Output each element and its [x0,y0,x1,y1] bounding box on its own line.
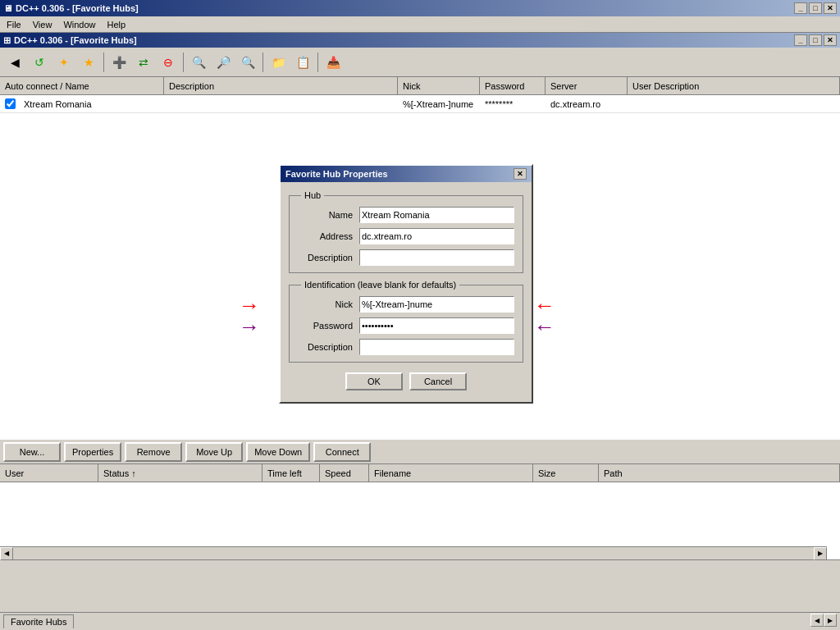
header-autoconnect[interactable]: Auto connect / Name [0,77,164,94]
dialog-title-bar: Favorite Hub Properties ✕ [281,166,532,182]
toolbar-btn7[interactable]: ⊖ [157,51,180,74]
menu-file[interactable]: File [2,18,26,31]
address-label: Address [298,231,359,241]
nick-label: Nick [298,299,359,309]
toolbar-star2-btn[interactable]: ★ [77,51,100,74]
header-nick[interactable]: Nick [398,77,480,94]
header-server[interactable]: Server [546,77,628,94]
mdi-icon: ⊞ [3,35,11,46]
toolbar-btn6[interactable]: ⇄ [132,51,155,74]
password-row: Password → ← [298,317,514,334]
autoconnect-checkbox[interactable] [5,98,16,109]
mdi-restore-button[interactable]: □ [809,34,822,46]
maximize-button[interactable]: □ [809,2,822,14]
address-row: Address [298,228,514,244]
header-description[interactable]: Description [164,77,398,94]
mdi-title-controls[interactable]: _ □ ✕ [794,34,837,46]
title-bar-left: 🖥 DC++ 0.306 - [Favorite Hubs] [3,3,139,13]
toolbar-refresh-btn[interactable]: ↺ [28,51,51,74]
tab-favorite-hubs[interactable]: Favorite Hubs [3,614,74,628]
toolbar-sep2 [183,52,184,72]
toolbar-sep1 [103,52,104,72]
transfer-header-user[interactable]: User [0,464,98,482]
title-bar-controls[interactable]: _ □ ✕ [794,2,837,14]
header-userdesc[interactable]: User Description [628,77,840,94]
moveup-button[interactable]: Move Up [185,442,243,462]
name-input[interactable] [359,207,514,223]
transfer-header-size[interactable]: Size [533,464,599,482]
menu-window[interactable]: Window [58,18,100,31]
name-row: Name [298,207,514,223]
minimize-button[interactable]: _ [794,2,807,14]
dialog-buttons: OK Cancel [289,369,523,394]
cancel-button[interactable]: Cancel [409,372,467,390]
toolbar-queue-btn[interactable]: 📋 [291,51,314,74]
hub-name: Xtream Romania [24,99,92,109]
nick-input[interactable] [359,296,514,313]
menu-view[interactable]: View [28,18,57,31]
movedown-button[interactable]: Move Down [246,442,310,462]
tab-scroll-left[interactable]: ◀ [810,614,824,627]
bottom-toolbar: New... Properties Remove Move Up Move Do… [0,438,840,464]
properties-button[interactable]: Properties [64,442,121,462]
dialog-close-btn[interactable]: ✕ [514,168,527,180]
toolbar-btn5[interactable]: ➕ [107,51,130,74]
app-icon: 🖥 [3,3,12,13]
tab-scroll-right[interactable]: ▶ [824,614,837,627]
transfer-header-status[interactable]: Status ↑ [98,464,262,482]
toolbar-sep3 [262,52,263,72]
mdi-close-button[interactable]: ✕ [824,34,837,46]
transfer-header-filename[interactable]: Filename [369,464,533,482]
mdi-title-bar: ⊞ DC++ 0.306 - [Favorite Hubs] _ □ ✕ [0,33,840,48]
toolbar-back-btn[interactable]: ◀ [3,51,26,74]
transfer-header-speed[interactable]: Speed [320,464,369,482]
password-label: Password [298,321,359,331]
table-header: Auto connect / Name Description Nick Pas… [0,77,840,95]
close-button[interactable]: ✕ [824,2,837,14]
nick-row: Nick → ← [298,296,514,313]
toolbar-star1-btn[interactable]: ✦ [52,51,75,74]
name-label: Name [298,210,359,220]
arrow-pass-right-purple: ← [534,314,555,340]
transfer-header-path[interactable]: Path [599,464,840,482]
transfer-scrollbar-h[interactable]: ◀ ▶ [0,546,827,559]
menu-help[interactable]: Help [103,18,131,31]
cell-server: dc.xtream.ro [546,95,628,112]
mdi-minimize-button[interactable]: _ [794,34,807,46]
connect-button[interactable]: Connect [313,442,371,462]
id-description-row: Description [298,339,514,355]
toolbar-sep4 [317,52,318,72]
hub-description-label: Description [298,253,359,262]
remove-button[interactable]: Remove [125,442,182,462]
scroll-left-btn[interactable]: ◀ [0,547,13,560]
header-password[interactable]: Password [480,77,546,94]
transfer-header: User Status ↑ Time left Speed Filename S… [0,464,840,482]
table-row[interactable]: Xtream Romania %[-Xtream-]nume ******** … [0,95,840,113]
cell-password: ******** [480,95,546,112]
id-legend: Identification (leave blank for defaults… [301,280,459,290]
mdi-title: DC++ 0.306 - [Favorite Hubs] [14,35,137,45]
ok-button[interactable]: OK [345,372,403,390]
password-input[interactable] [359,317,514,334]
dialog-body: Hub Name Address Description Identificat… [281,182,532,402]
toolbar-folder-btn[interactable]: 📁 [267,51,290,74]
hub-description-input[interactable] [359,249,514,266]
toolbar-search1-btn[interactable]: 🔍 [187,51,210,74]
status-bar: Favorite Hubs ◀ ▶ [0,612,840,630]
scroll-right-btn[interactable]: ▶ [814,547,827,560]
cell-description [164,95,398,112]
identification-fieldset: Identification (leave blank for defaults… [289,280,523,363]
dialog-title-text: Favorite Hub Properties [285,169,388,179]
menu-bar: File View Window Help [0,16,840,33]
cell-userdesc [628,95,840,112]
transfer-area: ◀ ▶ [0,482,840,560]
id-description-label: Description [298,342,359,352]
id-description-input[interactable] [359,339,514,355]
new-button[interactable]: New... [3,442,61,462]
toolbar-search2-btn[interactable]: 🔎 [212,51,235,74]
transfer-header-timeleft[interactable]: Time left [262,464,320,482]
cell-autoconnect: Xtream Romania [0,95,164,112]
address-input[interactable] [359,228,514,244]
toolbar-search3-btn[interactable]: 🔍 [236,51,259,74]
toolbar-download-btn[interactable]: 📥 [322,51,345,74]
